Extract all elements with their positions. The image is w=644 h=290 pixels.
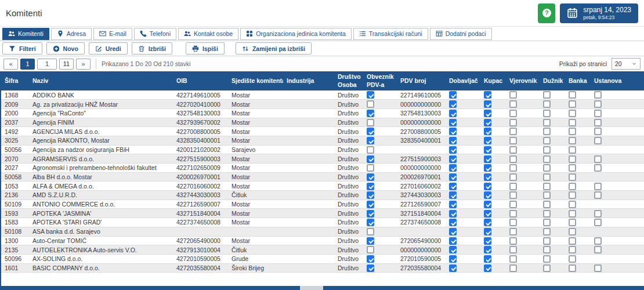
tab-e-mail[interactable]: E-mail <box>93 28 132 40</box>
checkbox-obveznik_pdv[interactable] <box>367 191 374 199</box>
checkbox-kupac[interactable] <box>484 246 491 253</box>
checkbox-ustanova[interactable] <box>594 155 602 163</box>
checkbox-kupac[interactable] <box>484 173 491 181</box>
table-row[interactable]: 1300Auto-Centar TOMIĆ4272065490000Mostar… <box>1 236 644 245</box>
checkbox-ustanova[interactable] <box>594 137 602 144</box>
checkbox-kupac[interactable] <box>484 128 491 135</box>
checkbox-ustanova[interactable] <box>594 219 602 226</box>
table-row[interactable]: 2009Ag. za privatizaciju HNŽ Mostar42270… <box>1 100 644 109</box>
tab-telefoni[interactable]: Telefoni <box>134 28 176 40</box>
checkbox-dobavljac[interactable] <box>449 173 457 181</box>
table-row[interactable]: 3025Agencija RAKONTO, Mostar432835040000… <box>1 136 644 145</box>
checkbox-obveznik_pdv[interactable] <box>367 183 374 190</box>
horizontal-scrollbar[interactable] <box>0 286 644 290</box>
column-header-naziv[interactable]: Naziv <box>29 71 173 90</box>
checkbox-banka[interactable] <box>569 228 576 235</box>
checkbox-vjerovnik[interactable] <box>509 255 517 263</box>
checkbox-banka[interactable] <box>569 173 576 181</box>
checkbox-banka[interactable] <box>569 219 576 226</box>
checkbox-banka[interactable] <box>569 155 576 163</box>
checkbox-dobavljac[interactable] <box>449 128 457 135</box>
checkbox-dobavljac[interactable] <box>449 137 457 144</box>
button-uredi[interactable]: Uredi <box>89 42 128 55</box>
per-page-select[interactable]: 20 <box>612 58 641 70</box>
tab-transakcijski-racuni[interactable]: Transakcijski računi <box>353 28 428 40</box>
checkbox-ustanova[interactable] <box>594 110 602 117</box>
checkbox-kupac[interactable] <box>484 100 491 108</box>
column-header-vjerovnik[interactable]: Vjerovnik <box>506 71 540 90</box>
button-novo[interactable]: Novo <box>46 42 85 55</box>
checkbox-duznik[interactable] <box>543 201 551 208</box>
tab-kontakt-osobe[interactable]: Kontakt osobe <box>178 28 238 40</box>
checkbox-obveznik_pdv[interactable] <box>367 228 374 235</box>
checkbox-kupac[interactable] <box>484 228 491 235</box>
total-pages-button[interactable]: 11 <box>59 59 74 70</box>
column-header-dobavljac[interactable]: Dobavljač <box>446 71 480 90</box>
checkbox-banka[interactable] <box>569 210 576 217</box>
checkbox-obveznik_pdv[interactable] <box>367 255 374 263</box>
checkbox-obveznik_pdv[interactable] <box>367 146 374 154</box>
table-row[interactable]: 1583APOTEKA 'STARI GRAD'4227374650008Mos… <box>1 218 644 227</box>
table-row[interactable]: 50058Alba BH d.o.o. Mostar4200026970001M… <box>1 172 644 182</box>
checkbox-obveznik_pdv[interactable] <box>367 237 374 245</box>
checkbox-kupac[interactable] <box>484 110 491 117</box>
checkbox-kupac[interactable] <box>484 91 491 99</box>
checkbox-duznik[interactable] <box>543 255 551 263</box>
checkbox-dobavljac[interactable] <box>449 255 457 263</box>
checkbox-dobavljac[interactable] <box>449 100 457 108</box>
checkbox-ustanova[interactable] <box>594 246 602 253</box>
checkbox-obveznik_pdv[interactable] <box>367 164 374 172</box>
checkbox-banka[interactable] <box>569 110 576 117</box>
checkbox-ustanova[interactable] <box>594 264 602 272</box>
checkbox-vjerovnik[interactable] <box>509 164 517 172</box>
checkbox-duznik[interactable] <box>543 155 551 163</box>
checkbox-duznik[interactable] <box>543 219 551 226</box>
first-page-button[interactable]: « <box>3 59 18 70</box>
checkbox-vjerovnik[interactable] <box>509 173 517 181</box>
checkbox-banka[interactable] <box>569 264 576 272</box>
checkbox-vjerovnik[interactable] <box>509 237 517 245</box>
button-filteri[interactable]: Filteri <box>2 42 42 55</box>
checkbox-duznik[interactable] <box>543 210 551 217</box>
checkbox-vjerovnik[interactable] <box>509 155 517 163</box>
checkbox-dobavljac[interactable] <box>449 155 457 163</box>
checkbox-dobavljac[interactable] <box>449 119 457 126</box>
checkbox-dobavljac[interactable] <box>449 191 457 199</box>
column-header-ustanova[interactable]: Ustanova <box>591 71 644 90</box>
checkbox-kupac[interactable] <box>484 201 491 208</box>
column-header-sjediste[interactable]: Sjedište komitenta <box>228 71 283 90</box>
checkbox-vjerovnik[interactable] <box>509 128 517 135</box>
checkbox-obveznik_pdv[interactable] <box>367 110 374 117</box>
checkbox-duznik[interactable] <box>543 100 551 108</box>
table-row[interactable]: 2135AUTOELEKTRONIKA Auto-servis V.O.4327… <box>1 245 644 255</box>
checkbox-banka[interactable] <box>569 255 576 263</box>
table-row[interactable]: 2136AMD S.Z.U.R.D.4327443030003ČitlukDru… <box>1 191 644 200</box>
table-row[interactable]: 2027Agronomski i prehrambeno-tehnološki … <box>1 164 644 173</box>
checkbox-dobavljac[interactable] <box>449 164 457 172</box>
checkbox-kupac[interactable] <box>484 119 491 126</box>
checkbox-dobavljac[interactable] <box>449 246 457 253</box>
checkbox-kupac[interactable] <box>484 146 491 154</box>
checkbox-banka[interactable] <box>569 183 576 190</box>
column-header-duznik[interactable]: Dužnik <box>540 71 565 90</box>
table-row[interactable]: 1593APOTEKA 'JASMINA'4327151840004Mostar… <box>1 209 644 218</box>
page-input[interactable] <box>37 59 57 70</box>
tab-organizaciona-jedinica-komitenta[interactable]: Organizaciona jedinica komitenta <box>240 28 352 40</box>
table-row[interactable]: 2000Agencija "RaConto"4327548130003Mosta… <box>1 108 644 118</box>
checkbox-kupac[interactable] <box>484 183 491 190</box>
checkbox-dobavljac[interactable] <box>449 91 457 99</box>
checkbox-ustanova[interactable] <box>594 100 602 108</box>
checkbox-ustanova[interactable] <box>594 119 602 126</box>
checkbox-vjerovnik[interactable] <box>509 264 517 272</box>
checkbox-banka[interactable] <box>569 164 576 172</box>
checkbox-obveznik_pdv[interactable] <box>367 155 374 163</box>
checkbox-banka[interactable] <box>569 237 576 245</box>
checkbox-kupac[interactable] <box>484 237 491 245</box>
table-row[interactable]: 50109ANTONIO COMMERCE d.o.o.422712659000… <box>1 200 644 209</box>
tab-adresa[interactable]: Adresa <box>51 28 92 40</box>
checkbox-obveznik_pdv[interactable] <box>367 264 374 272</box>
checkbox-vjerovnik[interactable] <box>509 183 517 190</box>
checkbox-dobavljac[interactable] <box>449 264 457 272</box>
checkbox-obveznik_pdv[interactable] <box>367 246 374 253</box>
checkbox-kupac[interactable] <box>484 219 491 226</box>
